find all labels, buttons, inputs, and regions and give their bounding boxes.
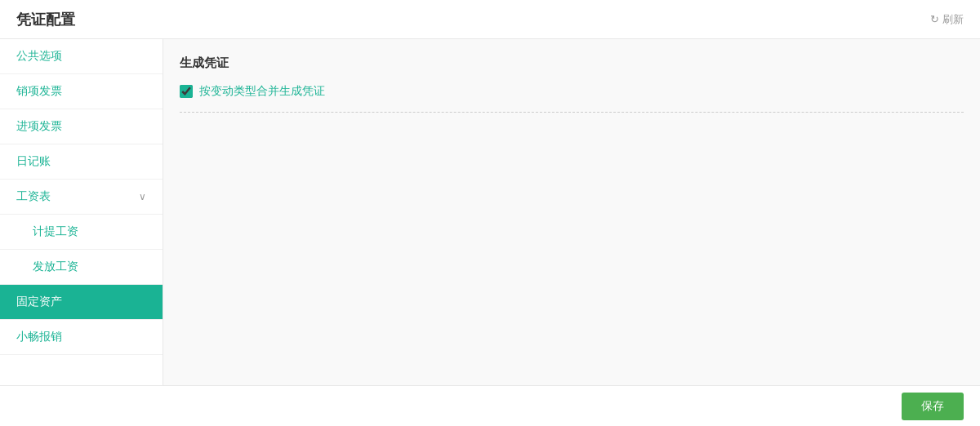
refresh-label: 刷新	[942, 12, 964, 27]
sidebar: 公共选项销项发票进项发票日记账工资表∨计提工资发放工资固定资产小畅报销	[0, 39, 163, 385]
sidebar-item-expense-report[interactable]: 小畅报销	[0, 320, 163, 355]
sidebar-item-fixed-assets[interactable]: 固定资产	[0, 285, 163, 320]
sidebar-item-purchase-invoice[interactable]: 进项发票	[0, 109, 163, 144]
sidebar-label-purchase-invoice: 进项发票	[16, 119, 62, 134]
refresh-icon: ↻	[930, 13, 939, 25]
sidebar-label-sales-invoice: 销项发票	[16, 84, 62, 99]
section-divider	[180, 112, 964, 113]
chevron-down-icon: ∨	[139, 191, 146, 202]
sidebar-item-public-options[interactable]: 公共选项	[0, 39, 163, 74]
sidebar-label-public-options: 公共选项	[16, 49, 62, 64]
body: 公共选项销项发票进项发票日记账工资表∨计提工资发放工资固定资产小畅报销 生成凭证…	[0, 39, 980, 385]
merge-checkbox-label[interactable]: 按变动类型合并生成凭证	[199, 84, 325, 99]
sidebar-label-pay-payroll: 发放工资	[33, 260, 78, 274]
sidebar-item-pay-payroll[interactable]: 发放工资	[0, 250, 163, 285]
footer: 保存	[0, 385, 980, 426]
main-content: 生成凭证 按变动类型合并生成凭证	[163, 39, 980, 385]
sidebar-item-calc-payroll[interactable]: 计提工资	[0, 215, 163, 250]
refresh-button[interactable]: ↻ 刷新	[930, 12, 964, 27]
sidebar-item-sales-invoice[interactable]: 销项发票	[0, 74, 163, 109]
merge-voucher-row: 按变动类型合并生成凭证	[180, 84, 964, 99]
merge-checkbox[interactable]	[180, 85, 193, 98]
sidebar-label-journal: 日记账	[16, 154, 51, 169]
sidebar-item-payroll-table[interactable]: 工资表∨	[0, 180, 163, 215]
section-title: 生成凭证	[180, 55, 964, 71]
page-title: 凭证配置	[16, 10, 75, 29]
sidebar-label-expense-report: 小畅报销	[16, 330, 62, 344]
page-wrapper: 凭证配置 ↻ 刷新 公共选项销项发票进项发票日记账工资表∨计提工资发放工资固定资…	[0, 0, 980, 426]
sidebar-item-journal[interactable]: 日记账	[0, 144, 163, 180]
save-button[interactable]: 保存	[902, 393, 964, 420]
sidebar-label-fixed-assets: 固定资产	[16, 295, 62, 309]
sidebar-label-calc-payroll: 计提工资	[33, 224, 78, 239]
header: 凭证配置 ↻ 刷新	[0, 0, 980, 39]
sidebar-label-payroll-table: 工资表	[16, 189, 51, 204]
